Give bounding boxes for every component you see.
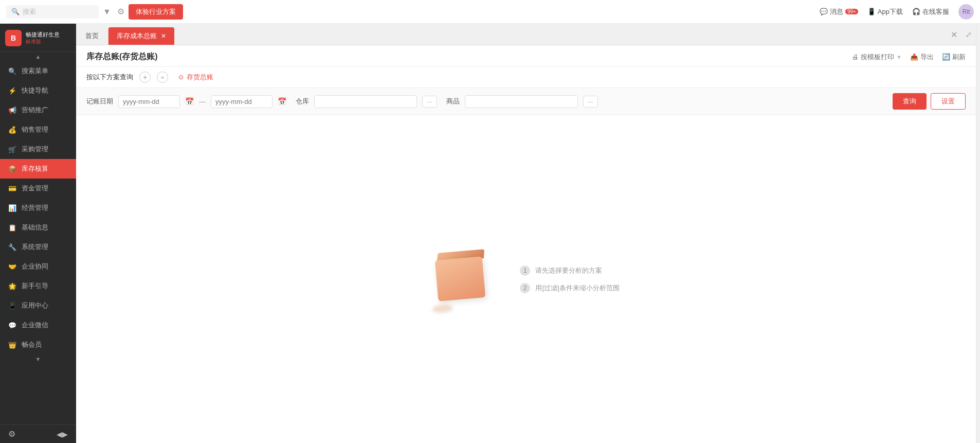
sidebar-item-enterprise[interactable]: 🤝 企业协同	[0, 257, 76, 276]
sidebar-item-sales[interactable]: 💰 销售管理	[0, 120, 76, 139]
logo-icon: B	[5, 30, 22, 46]
topbar-gear-icon[interactable]: ⚙	[117, 7, 124, 16]
date-to-input[interactable]	[211, 95, 273, 108]
refresh-icon: 🔄	[942, 53, 950, 61]
tab-inventory-cost[interactable]: 库存成本总账 ✕	[108, 27, 174, 45]
warehouse-input[interactable]	[314, 95, 417, 108]
sidebar-collapse-icon[interactable]: ◀▶	[57, 430, 68, 438]
sidebar-item-member[interactable]: 👑 畅会员	[0, 335, 76, 355]
finance-icon: 💳	[8, 185, 16, 192]
sidebar-settings-icon[interactable]: ⚙	[8, 429, 15, 439]
topbar-search-placeholder: 搜索	[23, 7, 36, 16]
sidebar-item-inventory[interactable]: 📦 库存核算	[0, 159, 76, 179]
system-icon: 🔧	[8, 243, 16, 251]
export-icon: 📤	[910, 53, 918, 61]
sidebar-item-guide[interactable]: 🌟 新手引导	[0, 276, 76, 296]
export-button[interactable]: 📤 导出	[910, 52, 934, 62]
hint-2-num: 2	[520, 283, 530, 293]
sidebar-item-finance[interactable]: 💳 资金管理	[0, 179, 76, 198]
wechat-icon: 💬	[8, 322, 16, 329]
print-button[interactable]: 🖨 按模板打印 ▼	[852, 52, 902, 62]
topbar-search-box[interactable]: 🔍 搜索	[6, 5, 99, 19]
online-service-button[interactable]: 🎧 在线客服	[912, 7, 949, 16]
filter-scheme-icon: ⊙	[178, 74, 184, 81]
panel-close-icon[interactable]: ✕	[951, 29, 957, 39]
sidebar-item-label: 库存核算	[22, 164, 48, 173]
online-service-label: 在线客服	[922, 7, 949, 16]
empty-state: 1 请先选择要分析的方案 2 用[过滤]条件来缩小分析范围	[76, 115, 976, 443]
refresh-button[interactable]: 🔄 刷新	[942, 52, 966, 62]
message-button[interactable]: 💬 消息 99+	[820, 7, 858, 16]
tab-close-icon[interactable]: ✕	[161, 32, 166, 40]
enterprise-icon: 🤝	[8, 263, 16, 271]
logo-sub: 标准版	[26, 38, 60, 45]
filter-scheme-item[interactable]: ⊙ 存货总账	[174, 71, 217, 83]
user-avatar-text: Rit	[963, 8, 970, 15]
sidebar-item-app-center[interactable]: 📱 应用中心	[0, 296, 76, 315]
sidebar-item-label: 基础信息	[22, 223, 48, 232]
online-service-icon: 🎧	[912, 8, 920, 15]
calendar-to-icon[interactable]: 📅	[278, 97, 286, 105]
sidebar-item-label: 营销推广	[22, 105, 48, 115]
app-center-icon: 📱	[8, 302, 16, 310]
filter-bar: 按以下方案查询 + « ⊙ 存货总账	[76, 67, 976, 88]
sidebar-item-quick-nav[interactable]: ⚡ 快捷导航	[0, 81, 76, 100]
filter-collapse-button[interactable]: «	[157, 72, 168, 83]
sidebar-item-label: 企业协同	[22, 262, 48, 271]
calendar-from-icon[interactable]: 📅	[185, 97, 194, 105]
app-download-icon: 📱	[867, 8, 876, 15]
panel-expand-icon[interactable]: ⤢	[966, 30, 972, 39]
export-label: 导出	[920, 52, 934, 62]
sidebar-item-system[interactable]: 🔧 系统管理	[0, 237, 76, 257]
settings-button[interactable]: 设置	[931, 93, 966, 110]
topbar-dropdown-icon[interactable]: ▼	[103, 7, 111, 16]
empty-illustration	[432, 246, 499, 313]
base-info-icon: 📋	[8, 224, 16, 232]
search-button[interactable]: 查询	[893, 93, 927, 110]
page-title: 库存总账(存货总账)	[86, 51, 158, 62]
member-icon: 👑	[8, 341, 16, 349]
hint-2-text: 用[过滤]条件来缩小分析范围	[535, 283, 619, 293]
search-icon: 🔍	[11, 8, 20, 15]
sidebar-item-search[interactable]: 🔍 搜索菜单	[0, 61, 76, 81]
guide-icon: 🌟	[8, 282, 16, 290]
filter-add-button[interactable]: +	[139, 72, 151, 83]
app-download-button[interactable]: 📱 App下载	[867, 7, 903, 16]
sidebar-scroll-down[interactable]: ▼	[0, 355, 76, 364]
industry-solution-button[interactable]: 体验行业方案	[129, 4, 183, 20]
empty-hints: 1 请先选择要分析的方案 2 用[过滤]条件来缩小分析范围	[520, 265, 619, 293]
sidebar-item-label: 资金管理	[22, 184, 48, 193]
sidebar-item-label: 快捷导航	[22, 86, 48, 95]
goods-input[interactable]	[465, 95, 578, 108]
print-dropdown-icon[interactable]: ▼	[896, 54, 902, 60]
tab-home-label: 首页	[85, 31, 99, 41]
quick-nav-icon: ⚡	[8, 87, 16, 95]
query-row: 记账日期 📅 — 📅 仓库 ··· 商品 ··· 查询 设置	[76, 88, 976, 115]
goods-label: 商品	[446, 97, 460, 106]
empty-hint-1: 1 请先选择要分析的方案	[520, 265, 619, 276]
goods-more-button[interactable]: ···	[583, 96, 598, 108]
message-icon: 💬	[820, 8, 828, 15]
app-download-label: App下载	[878, 7, 903, 16]
tab-home[interactable]: 首页	[76, 27, 108, 45]
sidebar-item-wechat[interactable]: 💬 企业微信	[0, 315, 76, 335]
sidebar-item-base-info[interactable]: 📋 基础信息	[0, 218, 76, 237]
sidebar-item-purchase[interactable]: 🛒 采购管理	[0, 139, 76, 159]
operations-icon: 📊	[8, 204, 16, 212]
date-from-input[interactable]	[118, 95, 180, 108]
tab-inventory-cost-label: 库存成本总账	[117, 31, 157, 41]
warehouse-label: 仓库	[296, 97, 309, 106]
sidebar-item-label: 采购管理	[22, 145, 48, 154]
sidebar-item-label: 应用中心	[22, 301, 48, 310]
sidebar-item-label: 新手引导	[22, 281, 48, 291]
filter-scheme-label: 存货总账	[187, 73, 213, 82]
page-content: 库存总账(存货总账) 🖨 按模板打印 ▼ 📤 导出 🔄 刷新	[76, 45, 976, 443]
sidebar-scroll-up[interactable]: ▲	[0, 52, 76, 61]
sidebar-item-operations[interactable]: 📊 经营管理	[0, 198, 76, 218]
warehouse-more-button[interactable]: ···	[422, 96, 437, 108]
user-avatar[interactable]: Rit	[958, 4, 974, 20]
empty-hint-2: 2 用[过滤]条件来缩小分析范围	[520, 283, 619, 293]
sidebar-item-marketing[interactable]: 📢 营销推广	[0, 100, 76, 120]
sidebar-item-label: 经营管理	[22, 203, 48, 212]
sidebar-logo: B 畅捷通好生意 标准版	[0, 24, 76, 52]
